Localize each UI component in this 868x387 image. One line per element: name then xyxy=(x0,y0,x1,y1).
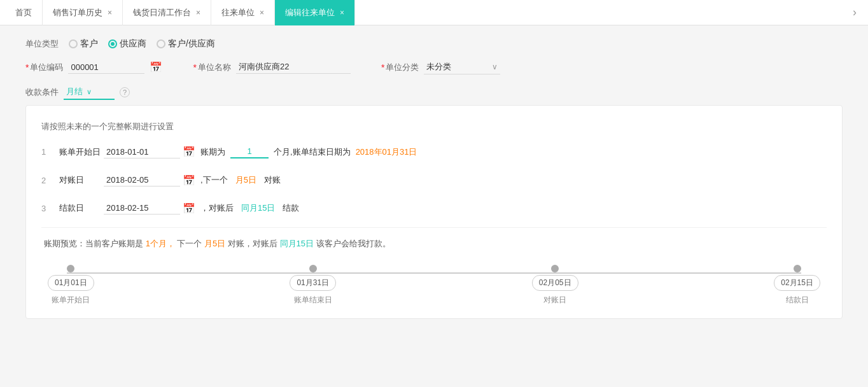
step-1-date-input[interactable] xyxy=(104,146,180,158)
radio-supplier-circle xyxy=(108,39,117,48)
unit-code-input[interactable] xyxy=(68,61,144,74)
tab-sales-history[interactable]: 销售订单历史 × xyxy=(43,0,123,25)
tab-edit-partner-label: 编辑往来单位 xyxy=(285,7,335,18)
timeline-item-2: 01月31日 账单结束日 xyxy=(290,265,336,306)
radio-customer[interactable]: 客户 xyxy=(69,38,98,50)
step-1-suffix-label: 账期为 xyxy=(200,146,225,158)
step-1-row: 1 账单开始日 📅 账期为 个月,账单结束日期为 2018年01月31日 xyxy=(41,145,827,158)
timeline-dot-3 xyxy=(551,265,559,272)
preview-reconcile-highlight: 月5日 xyxy=(204,239,225,248)
tab-cash-work[interactable]: 钱货日清工作台 × xyxy=(123,0,211,25)
unit-name-star: * xyxy=(193,62,196,73)
preview-label: 账期预览：当前客户账期是 xyxy=(44,239,143,248)
step-3-desc-highlight: 同月15日 xyxy=(241,202,275,214)
step-1-calendar-icon[interactable]: 📅 xyxy=(183,146,195,158)
unit-type-label: 单位类型 xyxy=(25,38,59,50)
step-3-desc-suffix: 结款 xyxy=(283,202,299,214)
radio-customer-circle xyxy=(69,39,78,48)
unit-type-radio-group: 客户 供应商 客户/供应商 xyxy=(69,38,215,50)
timeline-dot-4 xyxy=(794,265,801,272)
preview-text-row: 账期预览：当前客户账期是 1个月， 下一个 月5日 对账，对账后 同月15日 该… xyxy=(41,238,827,250)
step-3-calendar-icon[interactable]: 📅 xyxy=(183,202,195,215)
tab-cash-work-close[interactable]: × xyxy=(196,8,200,17)
radio-customer-label: 客户 xyxy=(80,38,98,50)
timeline-item-1: 01月01日 账单开始日 xyxy=(48,265,94,306)
radio-both-label: 客户/供应商 xyxy=(168,38,215,50)
code-name-category-row: * 单位编码 📅 * 单位名称 * 单位分类 未分类 ∨ xyxy=(25,60,843,74)
tab-partner-label: 往来单位 xyxy=(221,7,255,18)
tab-sales-history-label: 销售订单历史 xyxy=(53,7,102,18)
unit-name-input[interactable] xyxy=(236,61,351,74)
tabs-expand-button[interactable]: › xyxy=(846,6,863,19)
unit-type-row: 单位类型 客户 供应商 客户/供应商 xyxy=(25,38,843,50)
unit-code-field: * 单位编码 📅 xyxy=(25,61,162,74)
unit-category-chevron: ∨ xyxy=(492,62,498,71)
tab-home-label: 首页 xyxy=(15,7,32,18)
unit-code-label: 单位编码 xyxy=(30,62,63,73)
timeline-dot-2 xyxy=(309,265,317,272)
payment-condition-value: 月结 xyxy=(66,86,83,97)
radio-both[interactable]: 客户/供应商 xyxy=(157,38,215,50)
step-2-date-input[interactable] xyxy=(104,174,180,186)
preview-period: 1个月， xyxy=(146,239,175,248)
step-2-label: 对账日 xyxy=(59,174,104,186)
timeline-items: 01月01日 账单开始日 01月31日 账单结束日 02月05日 对账日 xyxy=(48,265,820,306)
step-3-label: 结款日 xyxy=(59,202,104,214)
unit-name-field: * 单位名称 xyxy=(193,61,350,74)
payment-condition-row: 收款条件 月结 ∨ ? xyxy=(25,85,843,100)
step-2-row: 2 对账日 📅 ,下一个 月5日 对账 xyxy=(41,174,827,186)
payment-condition-chevron: ∨ xyxy=(87,88,92,96)
panel-hint: 请按照未来的一个完整帐期进行设置 xyxy=(41,121,827,132)
step-2-desc-prefix: ,下一个 xyxy=(200,174,228,186)
tab-partner-close[interactable]: × xyxy=(260,8,264,17)
unit-code-calendar-icon[interactable]: 📅 xyxy=(150,61,162,73)
timeline-item-3: 02月05日 对账日 xyxy=(532,265,578,306)
step-2-calendar-icon[interactable]: 📅 xyxy=(183,174,195,186)
unit-code-star: * xyxy=(25,62,29,73)
timeline-badge-2: 01月31日 xyxy=(290,275,336,291)
timeline-label-2: 账单结束日 xyxy=(294,295,332,306)
step-2-desc-highlight: 月5日 xyxy=(235,174,256,186)
unit-category-select[interactable]: 未分类 ∨ xyxy=(424,60,500,74)
unit-category-field: * 单位分类 未分类 ∨ xyxy=(381,60,500,74)
step-3-desc-prefix: ，对账后 xyxy=(200,202,234,214)
tabs-bar: 首页 销售订单历史 × 钱货日清工作台 × 往来单位 × 编辑往来单位 × › xyxy=(0,0,868,25)
step-1-period-end-date: 2018年01月31日 xyxy=(356,146,417,158)
tab-sales-history-close[interactable]: × xyxy=(108,8,112,17)
preview-reconcile-suffix: 对账，对账后 xyxy=(228,239,277,248)
timeline: 01月01日 账单开始日 01月31日 账单结束日 02月05日 对账日 xyxy=(41,265,827,306)
tab-partner[interactable]: 往来单位 × xyxy=(211,0,275,25)
timeline-label-4: 结款日 xyxy=(786,295,809,306)
payment-condition-help[interactable]: ? xyxy=(120,87,130,97)
preview-reconcile-prefix: 下一个 xyxy=(177,239,202,248)
unit-name-label: 单位名称 xyxy=(198,62,231,73)
tab-edit-partner-close[interactable]: × xyxy=(340,8,344,17)
timeline-badge-4: 02月15日 xyxy=(774,275,820,291)
step-3-row: 3 结款日 📅 ，对账后 同月15日 结款 xyxy=(41,202,827,215)
tab-cash-work-label: 钱货日清工作台 xyxy=(133,7,191,18)
tab-edit-partner[interactable]: 编辑往来单位 × xyxy=(275,0,355,25)
unit-category-value: 未分类 xyxy=(426,61,488,73)
timeline-badge-1: 01月01日 xyxy=(48,275,94,291)
unit-category-star: * xyxy=(381,62,384,73)
preview-pay-suffix: 该客户会给我打款。 xyxy=(316,239,391,248)
radio-supplier[interactable]: 供应商 xyxy=(108,38,146,50)
unit-category-label: 单位分类 xyxy=(386,62,419,73)
timeline-item-4: 02月15日 结款日 xyxy=(774,265,820,306)
timeline-label-3: 对账日 xyxy=(543,295,566,306)
step-1-period-unit: 个月,账单结束日期为 xyxy=(274,146,351,158)
settings-panel: 请按照未来的一个完整帐期进行设置 1 账单开始日 📅 账期为 个月,账单结束日期… xyxy=(25,105,843,319)
step-1-period-input[interactable] xyxy=(230,145,269,158)
payment-condition-label: 收款条件 xyxy=(25,87,59,98)
radio-both-circle xyxy=(157,39,165,48)
step-3-date-input[interactable] xyxy=(104,202,180,215)
preview-pay-highlight: 同月15日 xyxy=(280,239,314,248)
step-2-num: 2 xyxy=(41,176,59,185)
main-content: 单位类型 客户 供应商 客户/供应商 * 单位编码 📅 * 单位名称 xyxy=(0,25,868,387)
tab-home[interactable]: 首页 xyxy=(5,0,43,25)
step-2-desc-suffix: 对账 xyxy=(264,174,281,186)
payment-condition-select[interactable]: 月结 ∨ xyxy=(64,85,115,100)
timeline-badge-3: 02月05日 xyxy=(532,275,578,291)
radio-supplier-label: 供应商 xyxy=(120,38,146,50)
step-3-num: 3 xyxy=(41,204,59,213)
